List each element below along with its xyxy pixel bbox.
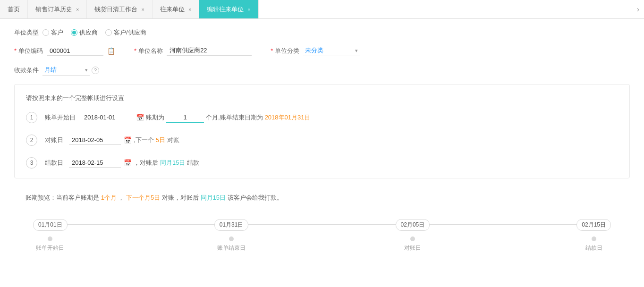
unit-category-label: 单位分类 <box>275 47 299 55</box>
preview-suffix: 该客户会给我打款。 <box>228 194 283 201</box>
step-2-suffix: 对账 <box>167 136 179 144</box>
close-icon[interactable]: × <box>141 7 144 12</box>
step-2-num: 2 <box>26 135 37 146</box>
preview-section: 账期预览：当前客户账期是 1个月 ， 下一个月5日 对账，对账后 同月15日 该… <box>14 186 630 210</box>
period-unit: 个月,账单结束日期为 <box>206 113 263 122</box>
timeline-node-1: 01月31日 账单结束日 <box>214 219 249 252</box>
tab-more-button[interactable]: › <box>632 0 644 18</box>
timeline-label-3: 结款日 <box>585 244 602 252</box>
step-3-num: 3 <box>26 157 37 169</box>
required-star: * <box>14 47 17 54</box>
unit-name-input[interactable] <box>167 46 252 56</box>
timeline-badge-0: 01月01日 <box>33 219 68 231</box>
period-end-date: 2018年01月31日 <box>265 113 311 122</box>
timeline-badge-1: 01月31日 <box>214 219 249 231</box>
calendar-icon[interactable]: 📅 <box>124 159 132 167</box>
close-icon[interactable]: × <box>247 7 250 12</box>
unit-info-row: * 单位编码 📋 * 单位名称 * 单位分类 未分类 ▾ <box>14 45 630 56</box>
timeline-dot-2 <box>410 236 415 241</box>
radio-circle-both <box>105 29 112 36</box>
step-1-date-input[interactable] <box>81 113 133 122</box>
period-label: 账期为 <box>146 113 164 122</box>
unit-name-label: 单位名称 <box>138 47 163 55</box>
chevron-down-icon: ▾ <box>85 67 88 73</box>
payment-terms-value: 月结 <box>44 66 83 74</box>
tab-partner[interactable]: 往来单位 × <box>153 0 199 18</box>
close-icon[interactable]: × <box>76 7 79 12</box>
step-1-label: 账单开始日 <box>45 113 76 122</box>
timeline-node-2: 02月05日 对账日 <box>396 219 430 252</box>
radio-customer[interactable]: 客户 <box>42 28 63 37</box>
preview-p3: 同月15日 <box>201 194 226 201</box>
timeline-dot-3 <box>592 236 596 241</box>
radio-circle-supplier <box>71 29 77 36</box>
step-3-suffix: 结款 <box>187 159 199 167</box>
payment-terms-field: 收款条件 月结 ▾ ? <box>14 65 99 76</box>
period-value-input[interactable] <box>166 113 204 123</box>
unit-name-field: * 单位名称 <box>134 46 252 56</box>
step-3-date-input[interactable] <box>69 158 121 168</box>
tab-edit-partner[interactable]: 编辑往来单位 × <box>199 0 258 18</box>
timeline-node-3: 02月15日 结款日 <box>576 219 611 252</box>
payment-terms-label: 收款条件 <box>14 66 39 75</box>
timeline-dot-1 <box>229 236 234 241</box>
unit-type-field: 单位类型 客户 供应商 客户/供应商 <box>14 28 146 37</box>
step-3-prefix: ，对账后 <box>134 159 158 167</box>
timeline-label-1: 账单结束日 <box>217 244 246 252</box>
period-section: 请按照未来的一个完整帐期进行设置 1 账单开始日 📅 账期为 个月,账单结束日期… <box>14 84 630 178</box>
timeline-dot-0 <box>48 236 52 241</box>
tab-cash-work[interactable]: 钱货日清工作台 × <box>87 0 152 18</box>
payment-terms-row: 收款条件 月结 ▾ ? <box>14 65 630 76</box>
step-2-date-input[interactable] <box>69 135 121 145</box>
step-1-num: 1 <box>26 112 37 123</box>
timeline-badge-3: 02月15日 <box>576 219 611 231</box>
step-2-highlight: 5日 <box>156 136 165 144</box>
copy-icon[interactable]: 📋 <box>107 47 115 55</box>
timeline-label-0: 账单开始日 <box>36 244 64 252</box>
required-star: * <box>134 47 136 54</box>
unit-category-dropdown[interactable]: 未分类 ▾ <box>303 45 360 56</box>
radio-circle-customer <box>42 29 49 36</box>
preview-p1: 1个月 <box>101 194 117 201</box>
help-icon[interactable]: ? <box>92 67 99 74</box>
timeline-spacer-2 <box>248 225 395 225</box>
step-3-label: 结款日 <box>45 159 63 167</box>
timeline-spacer-1 <box>68 225 214 225</box>
preview-prefix: 账期预览：当前客户账期是 <box>25 194 99 201</box>
tab-sales-history[interactable]: 销售订单历史 × <box>28 0 87 18</box>
calendar-icon[interactable]: 📅 <box>136 114 144 121</box>
unit-category-value: 未分类 <box>305 46 353 55</box>
tab-home[interactable]: 首页 <box>0 0 28 18</box>
close-icon[interactable]: × <box>188 7 191 12</box>
preview-mid2: 对账，对账后 <box>162 194 199 201</box>
page-content: 单位类型 客户 供应商 客户/供应商 * 单位编码 <box>0 19 644 287</box>
calendar-icon[interactable]: 📅 <box>124 136 132 144</box>
unit-code-input[interactable] <box>47 46 103 56</box>
unit-type-radio-group: 客户 供应商 客户/供应商 <box>42 28 146 37</box>
unit-code-field: * 单位编码 📋 <box>14 46 115 56</box>
step-2-prefix: ,下一个 <box>134 136 154 144</box>
required-star: * <box>271 47 273 54</box>
timeline: 01月01日 账单开始日 01月31日 账单结束日 02月05日 对账日 02月… <box>14 210 630 257</box>
unit-type-label: 单位类型 <box>14 28 39 37</box>
tab-bar: 首页 销售订单历史 × 钱货日清工作台 × 往来单位 × 编辑往来单位 × › <box>0 0 644 19</box>
step-1-row: 1 账单开始日 📅 账期为 个月,账单结束日期为 2018年01月31日 <box>26 112 618 123</box>
step-3-row: 3 结款日 📅 ，对账后 同月15日 结款 <box>26 157 618 169</box>
payment-terms-dropdown[interactable]: 月结 ▾ <box>42 65 90 76</box>
timeline-node-0: 01月01日 账单开始日 <box>33 219 68 252</box>
step-2-row: 2 对账日 📅 ,下一个 5日 对账 <box>26 135 618 146</box>
section-title: 请按照未来的一个完整帐期进行设置 <box>26 94 618 102</box>
timeline-spacer-3 <box>430 225 576 225</box>
step-3-highlight: 同月15日 <box>160 159 185 167</box>
unit-category-field: * 单位分类 未分类 ▾ <box>271 45 360 56</box>
radio-both[interactable]: 客户/供应商 <box>105 28 146 37</box>
timeline-label-2: 对账日 <box>404 244 421 252</box>
preview-p2: 下一个月5日 <box>126 194 160 201</box>
timeline-badge-2: 02月05日 <box>396 219 430 231</box>
step-2-label: 对账日 <box>45 136 63 144</box>
unit-type-row: 单位类型 客户 供应商 客户/供应商 <box>14 28 630 37</box>
chevron-down-icon: ▾ <box>355 48 358 54</box>
radio-supplier[interactable]: 供应商 <box>71 28 98 37</box>
unit-code-label: 单位编码 <box>18 47 43 55</box>
preview-mid1: ， <box>118 194 124 201</box>
